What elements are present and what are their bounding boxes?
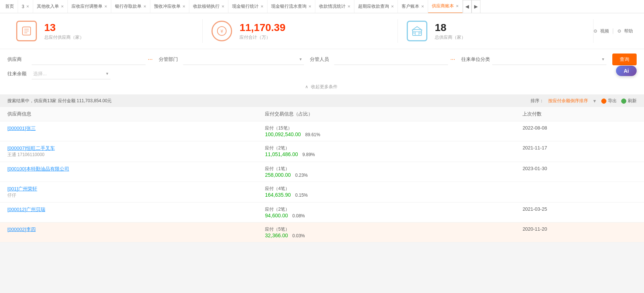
nav-tab-prepay[interactable]: 预收冲应收单 ✕	[150, 0, 189, 13]
supplier-link[interactable]: [001]广州荣轩	[7, 186, 37, 192]
close-icon[interactable]: ✕	[347, 4, 350, 8]
ap-total-label: 应付合计（万）	[239, 34, 286, 41]
dept-select[interactable]: ▼	[183, 54, 304, 65]
table-header: 供应商信息 应付交易信息（占比） 上次付数	[0, 107, 644, 121]
nav-tab-customer-ledger[interactable]: 客户账本 ✕	[398, 0, 428, 13]
ap-total-icon-shape: ¥	[211, 21, 232, 41]
supplier-cell: [000001]张三	[0, 121, 258, 141]
video-link[interactable]: 视频	[600, 28, 609, 34]
help-icon: ⊙	[617, 28, 621, 34]
supplier-cell: [001]广州荣轩仔仔	[0, 182, 258, 203]
balance-placeholder: 选择...	[33, 70, 47, 77]
nav-prev-arrow[interactable]: ◀	[463, 0, 472, 13]
close-icon[interactable]: ✕	[456, 4, 459, 8]
close-icon[interactable]: ✕	[61, 4, 64, 8]
ap-info-cell: 应付（4笔）164,635.900.15%	[258, 182, 515, 203]
supplier-more-icon[interactable]: ···	[148, 56, 153, 63]
unit-class-chevron-down-icon: ▼	[601, 57, 605, 61]
nav-tab-3[interactable]: 3 ✕	[18, 0, 33, 13]
ap-percent: 89.61%	[305, 132, 321, 137]
close-icon[interactable]: ✕	[391, 4, 394, 8]
nav-tab-home[interactable]: 首页	[1, 0, 18, 13]
dept-filter: 分管部门 ▼	[159, 54, 304, 65]
nav-tab-supplier-ledger[interactable]: 供应商账本 ✕	[428, 0, 463, 13]
close-icon[interactable]: ✕	[421, 4, 424, 8]
supplier-link[interactable]: [000002]李四	[7, 227, 36, 232]
supplier-filter: 供应商 ···	[7, 54, 153, 65]
chevron-up-icon: ∧	[305, 84, 308, 89]
amount-row: 258,000.000.23%	[265, 172, 508, 178]
unit-class-filter: 往来单位分类 ▼	[461, 54, 607, 65]
top-links: ⊙ 视频 │ ⊙ 帮助	[594, 28, 637, 34]
table-row: [000001]张三应付（15笔）100,092,540.0089.61%202…	[0, 121, 644, 141]
nav-tab-other-income[interactable]: 其他收入单 ✕	[33, 0, 68, 13]
last-pay-cell	[515, 182, 644, 203]
supplier-sub-info: 仔仔	[7, 192, 250, 199]
dept-chevron-down-icon: ▼	[299, 57, 302, 61]
person-more-icon[interactable]: ···	[450, 56, 455, 63]
ap-supplier-count: 13	[44, 21, 84, 34]
nav-tab-cash-bank-flow[interactable]: 现金银行流水查询 ✕	[267, 0, 315, 13]
ai-badge[interactable]: Ai	[616, 66, 637, 76]
export-button[interactable]: 导出	[601, 98, 617, 104]
ap-amount: 258,000.00	[265, 172, 291, 178]
total-supplier-text: 18 总供应商（家）	[435, 21, 466, 41]
unit-class-select[interactable]: ▼	[492, 54, 607, 65]
supplier-input[interactable]	[32, 54, 146, 65]
total-supplier-label: 总供应商（家）	[435, 34, 466, 41]
balance-label: 往来余额	[7, 70, 29, 77]
summary-total-suppliers: 18 总供应商（家）	[398, 19, 593, 43]
supplier-link[interactable]: [000001]张三	[7, 125, 36, 131]
person-input[interactable]	[334, 54, 448, 65]
ap-info-cell: 应付（15笔）100,092,540.0089.61%	[258, 121, 515, 141]
supplier-cell: [000002]李四	[0, 223, 258, 242]
ap-percent: 0.15%	[295, 193, 308, 198]
close-icon[interactable]: ✕	[182, 4, 185, 8]
help-link[interactable]: 帮助	[624, 28, 633, 34]
close-icon[interactable]: ✕	[221, 4, 224, 8]
nav-tab-overdue[interactable]: 超期应收款查询 ✕	[354, 0, 398, 13]
nav-tab-bank-deposit[interactable]: 银行存取款单 ✕	[111, 0, 150, 13]
close-icon[interactable]: ✕	[104, 4, 107, 8]
nav-tab-receipt[interactable]: 收款核销执行 ✕	[189, 0, 228, 13]
last-pay-cell: 2020-11-20	[515, 223, 644, 242]
table-body: [000001]张三应付（15笔）100,092,540.0089.61%202…	[0, 121, 644, 242]
close-icon[interactable]: ✕	[308, 4, 311, 8]
collapse-btn[interactable]: ∧ 收起更多条件	[7, 82, 637, 92]
refresh-button[interactable]: 刷新	[621, 98, 637, 104]
supplier-link[interactable]: [000012]广州贝瑞	[7, 207, 45, 212]
ap-supplier-text: 13 总应付供应商（家）	[44, 21, 84, 41]
table-row: [000100]本特勤油品有限公司应付（1笔）258,000.000.23%20…	[0, 162, 644, 182]
ap-label: 应付（1笔）	[265, 166, 508, 172]
supplier-link[interactable]: [000007]恒旺二手叉车	[7, 145, 55, 151]
ap-label: 应付（2笔）	[265, 206, 508, 213]
ap-label: 应付（15笔）	[265, 125, 508, 131]
filter-row-1: 供应商 ··· 分管部门 ▼ 分管人员 ··· 往来单位分类 ▼ 查询	[7, 54, 637, 65]
nav-tab-cash-bank-stats[interactable]: 现金银行统计 ✕	[228, 0, 267, 13]
nav-tab-receipt-stats[interactable]: 收款情况统计 ✕	[315, 0, 354, 13]
summary-ap-suppliers: 13 总应付供应商（家）	[7, 19, 203, 43]
sort-value[interactable]: 按应付余额倒序排序	[548, 98, 588, 104]
svg-rect-9	[413, 31, 415, 33]
close-icon[interactable]: ✕	[26, 4, 29, 8]
nav-next-arrow[interactable]: ▶	[472, 0, 480, 13]
nav-tab-adjustment[interactable]: 应收应付调整单 ✕	[68, 0, 111, 13]
close-icon[interactable]: ✕	[260, 4, 263, 8]
filter-row-2: 往来余额 选择... ▼	[7, 68, 637, 79]
chevron-down-icon: ▼	[592, 99, 597, 104]
supplier-link[interactable]: [000100]本特勤油品有限公司	[7, 166, 69, 172]
amount-row: 100,092,540.0089.61%	[265, 131, 508, 137]
query-button[interactable]: 查询	[612, 54, 637, 65]
svg-rect-7	[415, 32, 419, 35]
divider: │	[612, 28, 615, 34]
total-supplier-count: 18	[435, 21, 466, 34]
balance-chevron-down-icon: ▼	[105, 72, 109, 76]
table-row: [000012]广州贝瑞应付（2笔）94,600.000.08%2021-03-…	[0, 203, 644, 223]
col-supplier-info: 供应商信息	[0, 107, 258, 121]
balance-select[interactable]: 选择... ▼	[32, 68, 111, 79]
ap-supplier-label: 总应付供应商（家）	[44, 34, 84, 41]
ap-info-cell: 应付（1笔）258,000.000.23%	[258, 162, 515, 182]
ap-percent: 0.08%	[292, 213, 305, 218]
close-icon[interactable]: ✕	[143, 4, 146, 8]
export-icon	[601, 99, 606, 104]
